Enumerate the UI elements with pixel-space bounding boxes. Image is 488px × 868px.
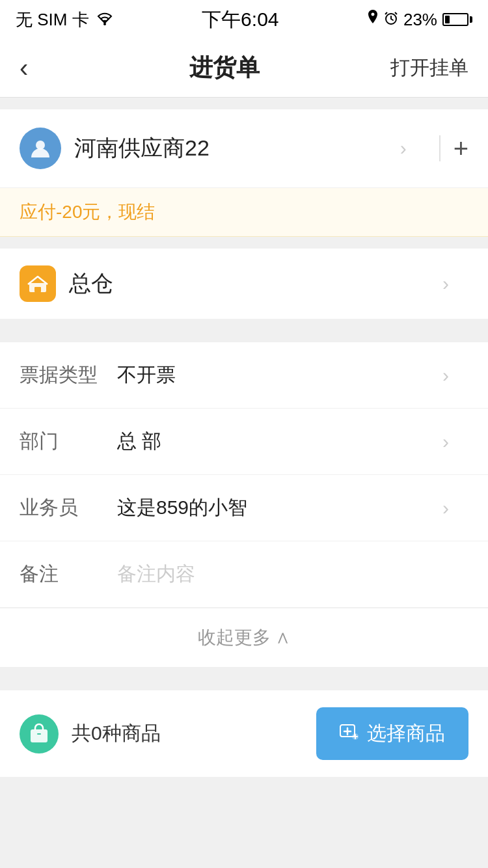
svg-rect-4 <box>34 287 41 292</box>
supplier-avatar <box>20 128 61 169</box>
add-icon[interactable]: + <box>454 134 468 163</box>
select-product-button[interactable]: 选择商品 <box>316 707 468 760</box>
remark-input[interactable]: 备注内容 <box>104 561 468 588</box>
battery-icon <box>442 13 472 26</box>
open-pending-button[interactable]: 打开挂单 <box>390 55 468 81</box>
invoice-label: 票据类型 <box>20 362 104 388</box>
svg-rect-5 <box>31 729 47 742</box>
separator-3 <box>0 319 488 331</box>
salesperson-chevron-icon: › <box>442 497 449 519</box>
product-icon <box>20 714 59 753</box>
page-title: 进货单 <box>189 52 260 84</box>
back-button[interactable]: ‹ <box>20 53 59 83</box>
product-count: 共0种商品 <box>72 720 303 747</box>
select-btn-icon <box>340 722 359 745</box>
collapse-label: 收起更多 ∧ <box>198 625 291 650</box>
bottom-section: 共0种商品 选择商品 <box>0 690 488 777</box>
salesperson-value: 这是859的小智 <box>104 495 442 521</box>
svg-point-2 <box>36 141 45 150</box>
warehouse-name: 总仓 <box>69 269 442 299</box>
status-right: 23% <box>367 10 472 30</box>
warehouse-row[interactable]: 总仓 › <box>0 249 488 319</box>
status-left: 无 SIM 卡 <box>16 8 114 31</box>
form-row-remark[interactable]: 备注 备注内容 <box>0 541 488 608</box>
page-background <box>0 777 488 868</box>
department-value: 总 部 <box>104 428 442 455</box>
supplier-chevron-icon: › <box>400 137 407 159</box>
separator-2 <box>0 237 488 249</box>
form-section: 票据类型 不开票 › 部门 总 部 › 业务员 这是859的小智 › 备注 备注… <box>0 342 488 667</box>
supplier-name: 河南供应商22 <box>74 133 400 163</box>
notice-text: 应付-20元，现结 <box>20 202 155 222</box>
separator-1 <box>0 98 488 109</box>
location-icon <box>367 10 379 30</box>
carrier-label: 无 SIM 卡 <box>16 8 89 31</box>
warehouse-chevron-icon: › <box>442 273 449 295</box>
nav-bar: ‹ 进货单 打开挂单 <box>0 39 488 98</box>
separator-4 <box>0 667 488 679</box>
battery-percentage: 23% <box>403 10 437 30</box>
form-row-invoice[interactable]: 票据类型 不开票 › <box>0 342 488 409</box>
form-row-department[interactable]: 部门 总 部 › <box>0 409 488 475</box>
alarm-icon <box>384 10 398 30</box>
supplier-row[interactable]: 河南供应商22 › + <box>0 109 488 188</box>
invoice-chevron-icon: › <box>442 364 449 387</box>
supplier-card: 河南供应商22 › + 应付-20元，现结 <box>0 109 488 237</box>
status-bar: 无 SIM 卡 下午6:04 23% <box>0 0 488 39</box>
supplier-divider <box>439 135 441 161</box>
status-time: 下午6:04 <box>202 7 278 33</box>
svg-point-0 <box>103 23 106 25</box>
salesperson-label: 业务员 <box>20 495 104 521</box>
warehouse-icon <box>20 265 56 302</box>
collapse-row[interactable]: 收起更多 ∧ <box>0 608 488 667</box>
svg-rect-6 <box>37 733 41 735</box>
select-product-label: 选择商品 <box>367 720 445 747</box>
form-row-salesperson[interactable]: 业务员 这是859的小智 › <box>0 475 488 541</box>
remark-label: 备注 <box>20 561 104 588</box>
wifi-icon <box>96 10 114 30</box>
department-chevron-icon: › <box>442 431 449 453</box>
invoice-value: 不开票 <box>104 362 442 388</box>
notice-bar: 应付-20元，现结 <box>0 188 488 237</box>
department-label: 部门 <box>20 428 104 455</box>
